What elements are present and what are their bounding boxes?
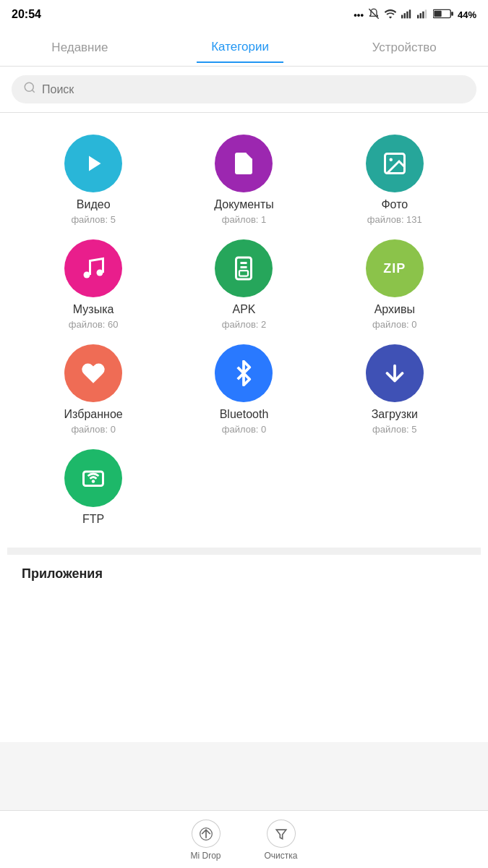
tab-categories[interactable]: Категории [197, 33, 283, 63]
svg-point-16 [389, 158, 393, 162]
midrop-icon [192, 820, 221, 848]
photos-count: файлов: 131 [367, 214, 422, 225]
apk-icon-circle [215, 239, 273, 297]
photos-icon-circle [366, 135, 424, 192]
bottom-section: Приложения [7, 555, 481, 603]
favorites-icon-circle [64, 344, 122, 402]
search-icon [23, 81, 36, 98]
clean-label: Очистка [265, 851, 298, 861]
bluetooth-icon-circle [215, 344, 273, 402]
archives-label: Архивы [374, 303, 415, 316]
midrop-label: Mi Drop [191, 851, 221, 861]
archives-icon-circle: ZIP [366, 239, 424, 297]
search-input[interactable] [42, 83, 465, 96]
category-bluetooth[interactable]: Bluetooth файлов: 0 [172, 344, 315, 435]
video-count: файлов: 5 [71, 214, 116, 225]
tab-device[interactable]: Устройство [358, 33, 451, 62]
apps-section-title: Приложения [22, 566, 466, 582]
search-container [0, 67, 488, 113]
downloads-count: файлов: 5 [372, 424, 417, 435]
status-time: 20:54 [12, 8, 41, 21]
tab-recent[interactable]: Недавние [37, 33, 122, 62]
search-box [12, 75, 476, 103]
main-content: Видео файлов: 5 Документы файлов: 1 Фото… [0, 113, 488, 742]
svg-rect-7 [422, 11, 424, 18]
clean-icon [267, 820, 296, 848]
video-icon-circle [64, 135, 122, 192]
bluetooth-count: файлов: 0 [222, 424, 267, 435]
category-archives[interactable]: ZIP Архивы файлов: 0 [323, 239, 466, 330]
category-grid: Видео файлов: 5 Документы файлов: 1 Фото… [7, 127, 481, 536]
music-icon-circle [64, 239, 122, 297]
docs-icon-circle [215, 135, 273, 192]
favorites-label: Избранное [64, 408, 123, 421]
downloads-label: Загрузки [372, 408, 418, 421]
svg-point-18 [97, 270, 103, 276]
wifi-icon [384, 9, 397, 21]
svg-rect-8 [425, 9, 427, 18]
tab-bar: Недавние Категории Устройство [0, 29, 488, 67]
svg-point-24 [92, 480, 95, 483]
ftp-icon-circle [64, 449, 122, 507]
bottom-nav-clean[interactable]: Очистка [265, 820, 298, 861]
favorites-count: файлов: 0 [71, 424, 116, 435]
music-count: файлов: 60 [69, 319, 119, 330]
docs-count: файлов: 1 [222, 214, 267, 225]
svg-line-13 [32, 90, 34, 92]
svg-rect-2 [404, 13, 406, 18]
category-apk[interactable]: APK файлов: 2 [172, 239, 315, 330]
bluetooth-label: Bluetooth [220, 408, 269, 421]
svg-rect-6 [420, 13, 421, 18]
svg-marker-14 [89, 156, 101, 171]
category-favorites[interactable]: Избранное файлов: 0 [22, 344, 165, 435]
status-icons: ••• [354, 8, 476, 22]
svg-rect-1 [401, 14, 403, 18]
bottom-nav-midrop[interactable]: Mi Drop [191, 820, 221, 861]
category-downloads[interactable]: Загрузки файлов: 5 [323, 344, 466, 435]
ftp-label: FTP [82, 513, 104, 526]
battery-icon [433, 9, 453, 21]
apk-label: APK [232, 303, 255, 316]
status-bar: 20:54 ••• [0, 0, 488, 29]
category-docs[interactable]: Документы файлов: 1 [172, 135, 315, 225]
zip-text: ZIP [383, 261, 406, 276]
category-video[interactable]: Видео файлов: 5 [22, 135, 165, 225]
svg-rect-22 [239, 271, 248, 276]
archives-count: файлов: 0 [372, 319, 417, 330]
svg-point-12 [25, 82, 33, 91]
svg-rect-5 [417, 14, 419, 18]
svg-rect-11 [434, 10, 441, 16]
signal-dots-icon: ••• [354, 9, 364, 20]
bottom-nav: Mi Drop Очистка [0, 810, 488, 868]
category-ftp[interactable]: FTP [22, 449, 165, 529]
battery-percent: 44% [458, 9, 476, 20]
svg-rect-3 [406, 11, 408, 18]
mute-icon [368, 8, 380, 22]
photos-label: Фото [381, 198, 408, 211]
apk-count: файлов: 2 [222, 319, 267, 330]
category-music[interactable]: Музыка файлов: 60 [22, 239, 165, 330]
signal-bars2-icon [417, 9, 429, 21]
signal-bars-icon [401, 9, 413, 21]
section-divider [7, 548, 481, 555]
svg-point-17 [84, 272, 90, 278]
svg-rect-10 [451, 12, 453, 16]
docs-label: Документы [214, 198, 273, 211]
music-label: Музыка [73, 303, 114, 316]
video-label: Видео [77, 198, 111, 211]
category-photos[interactable]: Фото файлов: 131 [323, 135, 466, 225]
downloads-icon-circle [366, 344, 424, 402]
svg-rect-4 [409, 9, 411, 18]
